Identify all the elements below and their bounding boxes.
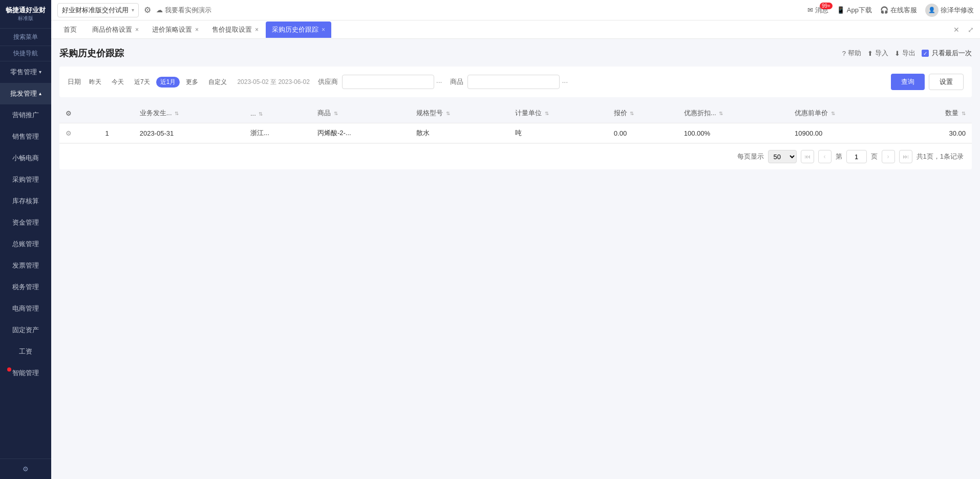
- sidebar-item-inventory[interactable]: 库存核算: [0, 190, 51, 212]
- chevron-up-icon: ▴: [39, 91, 41, 96]
- app-download-button[interactable]: 📱 App下载: [837, 6, 872, 15]
- sort-icon: ⇅: [831, 111, 835, 116]
- sort-icon: ⇅: [630, 111, 634, 116]
- version-selector[interactable]: 好业财标准版交付试用 ▾: [57, 3, 139, 17]
- sidebar-item-finance[interactable]: 资金管理: [0, 212, 51, 233]
- date-btn-yesterday[interactable]: 昨天: [85, 77, 105, 88]
- col-date[interactable]: 业务发生... ⇅: [134, 103, 244, 123]
- tab-history[interactable]: 采购历史价跟踪 ×: [266, 21, 331, 38]
- sidebar-item-assets[interactable]: 固定资产: [0, 319, 51, 341]
- goods-input-wrap: ···: [467, 75, 568, 89]
- goods-input[interactable]: [467, 75, 560, 89]
- import-button[interactable]: ⬆ 导入: [867, 49, 888, 58]
- topbar-right: ✉ 消息 99+ 📱 App下载 🎧 在线客服 👤 徐泽华修改: [807, 4, 974, 17]
- page-number-input[interactable]: [846, 150, 867, 163]
- help-link[interactable]: ? 帮助: [842, 49, 861, 58]
- col-price[interactable]: 报价 ⇅: [608, 103, 678, 123]
- col-more[interactable]: ... ⇅: [244, 103, 311, 123]
- data-table: ⚙ 业务发生... ⇅ ... ⇅ 商品 ⇅: [59, 103, 972, 143]
- date-btn-more[interactable]: 更多: [182, 77, 202, 88]
- col-qty[interactable]: 数量 ⇅: [902, 103, 972, 123]
- date-options: 昨天 今天 近7天 近1月 更多 自定义: [85, 77, 231, 88]
- tab-close-price[interactable]: ×: [135, 26, 139, 33]
- goods-label: 商品: [450, 77, 463, 86]
- sidebar-item-invoice[interactable]: 发票管理: [0, 255, 51, 276]
- tab-strategy[interactable]: 进价策略设置 ×: [146, 21, 205, 38]
- sidebar-item-ecommerce-small[interactable]: 小畅电商: [0, 147, 51, 169]
- row-qty: 30.00: [902, 123, 972, 143]
- sidebar-item-purchase[interactable]: 采购管理: [0, 169, 51, 190]
- table-body: ⚙ 1 2023-05-31 浙江... 丙烯酸-2-... 散水 吨 0.00…: [59, 123, 972, 143]
- maximize-icon[interactable]: ⤢: [966, 24, 976, 36]
- sidebar-item-retail[interactable]: 零售管理 ▾: [0, 61, 51, 83]
- col-unit[interactable]: 计量单位 ⇅: [509, 103, 608, 123]
- col-spec[interactable]: 规格型号 ⇅: [410, 103, 509, 123]
- app-subtitle: 标准版: [4, 15, 47, 22]
- date-filter-label: 日期: [68, 77, 81, 86]
- page-title: 采购历史价跟踪: [59, 47, 124, 59]
- row-gear[interactable]: ⚙: [59, 123, 99, 143]
- supplier-input[interactable]: [342, 75, 434, 89]
- sort-icon: ⇅: [175, 111, 179, 116]
- pagination: 每页显示 50 20 100 200 ⏮ ‹ 第 页 › ⏭ 共1页，1条记录: [59, 143, 972, 169]
- page-size-select[interactable]: 50 20 100 200: [768, 150, 797, 163]
- cloud-icon: ☁: [156, 6, 163, 14]
- page-content: 采购历史价跟踪 ? 帮助 ⬆ 导入 ⬇ 导出 只看最后一次: [51, 39, 980, 479]
- close-window-icon[interactable]: ✕: [951, 24, 962, 36]
- supplier-more-icon[interactable]: ···: [436, 78, 442, 86]
- sidebar-item-salary[interactable]: 工资: [0, 341, 51, 362]
- date-btn-1month[interactable]: 近1月: [156, 77, 180, 88]
- tab-close-history[interactable]: ×: [322, 26, 325, 33]
- date-btn-custom[interactable]: 自定义: [204, 77, 231, 88]
- settings-icon[interactable]: ⚙: [144, 5, 151, 15]
- query-button[interactable]: 查询: [891, 74, 925, 90]
- app-title: 畅捷通好业财: [4, 6, 47, 15]
- user-button[interactable]: 👤 徐泽华修改: [925, 4, 974, 17]
- tab-close-sale[interactable]: ×: [255, 26, 259, 33]
- col-goods[interactable]: 商品 ⇅: [311, 103, 410, 123]
- date-filter-group: 日期 昨天 今天 近7天 近1月 更多 自定义 2023-05-02 至 202…: [68, 77, 310, 88]
- tab-close-strategy[interactable]: ×: [195, 26, 199, 33]
- export-icon: ⬇: [894, 50, 900, 57]
- sidebar-item-ledger[interactable]: 总账管理: [0, 233, 51, 255]
- only-last-checkbox[interactable]: 只看最后一次: [922, 49, 972, 58]
- last-page-btn[interactable]: ⏭: [899, 150, 912, 163]
- first-page-btn[interactable]: ⏮: [801, 150, 814, 163]
- main-area: 好业财标准版交付试用 ▾ ⚙ ☁ 我要看实例演示 ✉ 消息 99+ 📱 App下…: [51, 0, 980, 479]
- online-service-button[interactable]: 🎧 在线客服: [880, 6, 917, 15]
- tab-home[interactable]: 首页: [55, 21, 85, 38]
- col-unit-price[interactable]: 优惠前单价 ⇅: [789, 103, 902, 123]
- supplier-label: 供应商: [318, 77, 338, 86]
- date-btn-today[interactable]: 今天: [108, 77, 128, 88]
- sidebar-item-wholesale[interactable]: 批发管理 ▴: [0, 83, 51, 104]
- table-header: ⚙ 业务发生... ⇅ ... ⇅ 商品 ⇅: [59, 103, 972, 123]
- sidebar-item-gear[interactable]: ⚙: [0, 459, 51, 479]
- row-goods: 丙烯酸-2-...: [311, 123, 410, 143]
- tab-price[interactable]: 商品价格设置 ×: [86, 21, 145, 38]
- date-btn-7days[interactable]: 近7天: [130, 77, 154, 88]
- demo-button[interactable]: ☁ 我要看实例演示: [156, 6, 211, 15]
- sidebar-item-tax[interactable]: 税务管理: [0, 276, 51, 298]
- settings-button[interactable]: 设置: [929, 74, 964, 90]
- sidebar-item-ecommerce[interactable]: 电商管理: [0, 298, 51, 319]
- prev-page-btn[interactable]: ‹: [818, 150, 832, 163]
- goods-more-icon[interactable]: ···: [562, 78, 568, 86]
- sidebar-item-marketing[interactable]: 营销推广: [0, 104, 51, 126]
- tab-sale[interactable]: 售价提取设置 ×: [206, 21, 265, 38]
- sidebar-logo[interactable]: 畅捷通好业财 标准版: [0, 0, 51, 29]
- row-date: 2023-05-31: [134, 123, 244, 143]
- sidebar: 畅捷通好业财 标准版 搜索菜单 快捷导航 零售管理 ▾ 批发管理 ▴ 营销推广 …: [0, 0, 51, 479]
- sidebar-item-search[interactable]: 搜索菜单: [0, 29, 51, 46]
- sidebar-item-smart[interactable]: 智能管理: [0, 362, 51, 384]
- row-price: 0.00: [608, 123, 678, 143]
- export-button[interactable]: ⬇ 导出: [894, 49, 915, 58]
- row-unit: 吨: [509, 123, 608, 143]
- sidebar-item-sales[interactable]: 销售管理: [0, 126, 51, 147]
- col-gear[interactable]: ⚙: [59, 103, 99, 123]
- next-page-btn[interactable]: ›: [882, 150, 895, 163]
- col-seq: [99, 103, 133, 123]
- message-button[interactable]: ✉ 消息 99+: [807, 6, 828, 15]
- data-table-wrap: ⚙ 业务发生... ⇅ ... ⇅ 商品 ⇅: [59, 103, 972, 169]
- sidebar-item-quicknav[interactable]: 快捷导航: [0, 46, 51, 61]
- col-discount[interactable]: 优惠折扣... ⇅: [678, 103, 789, 123]
